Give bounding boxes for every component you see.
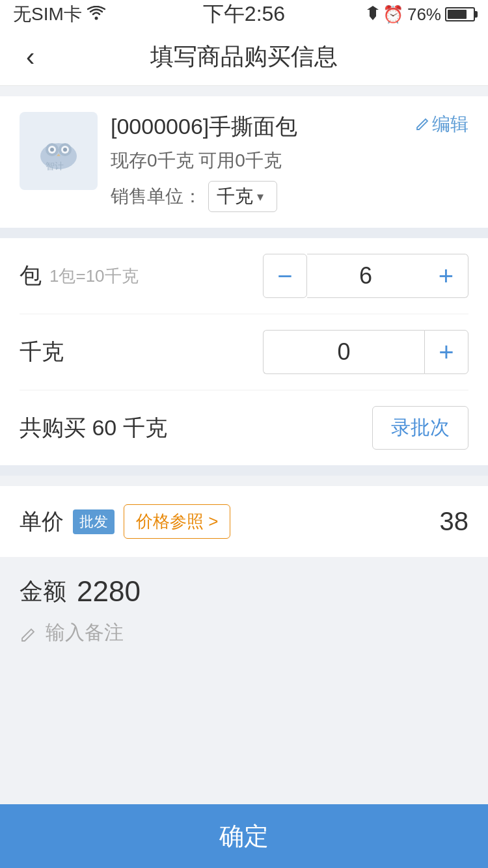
product-name: [0000006]手撕面包 — [111, 112, 297, 142]
product-stock: 现存0千克 可用0千克 — [111, 148, 468, 173]
status-bar: 无SIM卡 下午2:56 ⏰ 76% — [0, 0, 488, 29]
unit-value: 千克 — [217, 184, 253, 209]
bag-hint: 1包=10千克 — [49, 265, 139, 288]
kg-increment-button[interactable]: + — [424, 330, 468, 374]
unit-label: 销售单位： — [111, 184, 202, 209]
kg-stepper: + — [263, 330, 468, 374]
status-bar-left: 无SIM卡 — [13, 2, 105, 27]
product-section: 智计 [0000006]手撕面包 编辑 现存0千克 可用0千克 销售单位： 千克… — [0, 96, 488, 228]
wifi-icon — [87, 4, 105, 25]
kg-input[interactable] — [263, 330, 424, 374]
battery-icon — [445, 7, 475, 21]
amount-row: 金额 2280 — [20, 575, 468, 608]
price-value: 38 — [440, 507, 469, 536]
svg-text:智计: 智计 — [46, 161, 64, 170]
svg-point-0 — [94, 17, 98, 20]
total-row: 共购买 60 千克 录批次 — [0, 390, 488, 465]
record-batch-button[interactable]: 录批次 — [372, 406, 468, 450]
amount-section: 金额 2280 输入备注 — [0, 557, 488, 659]
alarm-icon: ⏰ — [383, 5, 403, 25]
back-button[interactable]: ‹ — [20, 36, 41, 78]
chevron-down-icon: ▾ — [257, 189, 264, 204]
bag-label: 包 1包=10千克 — [20, 261, 139, 291]
bag-input[interactable] — [307, 254, 424, 298]
bag-input-row: 包 1包=10千克 − + — [20, 238, 468, 314]
carrier-text: 无SIM卡 — [13, 2, 82, 27]
kg-input-row: 千克 + — [20, 314, 468, 390]
price-label: 单价 批发 价格参照 > — [20, 504, 230, 539]
product-image: 智计 — [20, 112, 98, 190]
product-info: [0000006]手撕面包 编辑 现存0千克 可用0千克 销售单位： 千克 ▾ — [111, 112, 468, 212]
location-icon — [367, 5, 379, 25]
note-row[interactable]: 输入备注 — [20, 619, 468, 646]
page-title: 填写商品购买信息 — [150, 41, 338, 73]
battery-percent: 76% — [407, 5, 441, 25]
confirm-button[interactable]: 确定 — [0, 804, 488, 868]
nav-bar: ‹ 填写商品购买信息 — [0, 29, 488, 86]
bag-stepper: − + — [263, 254, 468, 298]
product-unit-row: 销售单位： 千克 ▾ — [111, 181, 468, 212]
product-name-row: [0000006]手撕面包 编辑 — [111, 112, 468, 142]
kg-label: 千克 — [20, 337, 64, 367]
total-label: 共购买 60 千克 — [20, 413, 167, 443]
note-placeholder: 输入备注 — [46, 619, 124, 646]
amount-value: 2280 — [77, 575, 141, 608]
price-section: 单价 批发 价格参照 > 38 — [0, 486, 488, 557]
separator-1 — [0, 228, 488, 238]
price-reference-button[interactable]: 价格参照 > — [124, 504, 230, 539]
amount-label: 金额 — [20, 576, 66, 608]
input-section: 包 1包=10千克 − + 千克 + — [0, 238, 488, 390]
batch-tag: 批发 — [73, 509, 115, 534]
unit-select[interactable]: 千克 ▾ — [208, 181, 277, 212]
edit-button[interactable]: 编辑 — [415, 112, 468, 137]
status-bar-right: ⏰ 76% — [367, 5, 475, 25]
separator-2 — [0, 465, 488, 476]
svg-point-7 — [63, 148, 67, 152]
svg-point-6 — [50, 148, 54, 152]
bag-increment-button[interactable]: + — [424, 254, 468, 298]
bag-decrement-button[interactable]: − — [263, 254, 307, 298]
time-display: 下午2:56 — [203, 0, 285, 29]
